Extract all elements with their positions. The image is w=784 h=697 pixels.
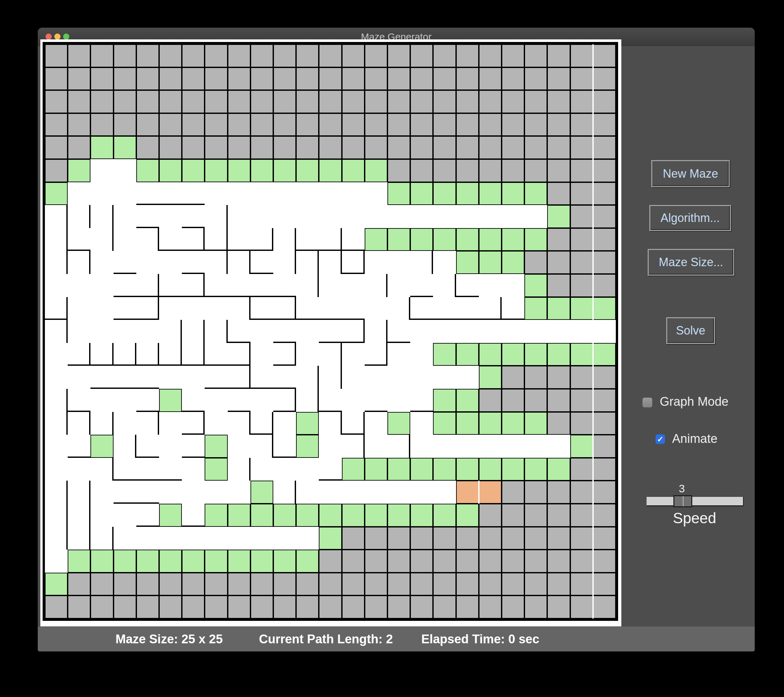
maze-cell <box>136 435 159 458</box>
maze-cell <box>387 297 410 320</box>
maze-cell <box>570 297 593 320</box>
maze-cell <box>433 182 456 205</box>
maze-cell <box>502 182 524 205</box>
maze-size-button[interactable]: Maze Size... <box>648 249 734 275</box>
maze-cell <box>524 366 547 389</box>
maze-cell <box>250 68 273 91</box>
maze-cell <box>547 274 570 297</box>
close-button-icon[interactable] <box>46 33 52 40</box>
maze-cell <box>433 44 456 68</box>
maze-cell <box>250 504 273 527</box>
maze-cell <box>410 228 433 251</box>
maze-cell <box>250 458 273 481</box>
maze-cell <box>114 412 136 435</box>
current-path-divider-line <box>478 481 479 504</box>
maze-cell <box>365 90 387 113</box>
maze-cell <box>91 458 113 481</box>
maze-cell <box>159 573 182 596</box>
maze-cell <box>136 113 159 136</box>
maze-cell <box>250 481 273 504</box>
maze-cell <box>91 182 113 205</box>
maze-cell <box>68 44 91 68</box>
maze-cell <box>502 573 524 596</box>
maze-cell <box>273 159 296 182</box>
maze-cell <box>387 504 410 527</box>
maze-cell <box>365 68 387 91</box>
maze-cell <box>342 297 365 320</box>
maze-cell <box>365 113 387 136</box>
speed-slider-handle[interactable] <box>674 495 692 507</box>
maze-cell <box>45 274 68 297</box>
maze-cell <box>319 527 342 550</box>
maze-cell <box>159 182 182 205</box>
maze-cell <box>296 44 319 68</box>
maze-cell <box>91 550 113 573</box>
maze-cell <box>524 527 547 550</box>
maze-cell <box>296 458 319 481</box>
maze-cell <box>547 182 570 205</box>
new-maze-button[interactable]: New Maze <box>651 160 730 187</box>
maze-cell <box>479 527 502 550</box>
maze-cell <box>114 136 136 159</box>
maze-cell <box>502 481 524 504</box>
maze-cell <box>410 251 433 274</box>
maze-cell <box>547 481 570 504</box>
maze-cell <box>365 44 387 68</box>
maze-cell <box>296 573 319 596</box>
maze-cell <box>456 68 479 91</box>
graph-mode-checkbox[interactable] <box>642 398 652 407</box>
maze-cell <box>273 320 296 343</box>
maze-cell <box>524 159 547 182</box>
maze-cell <box>433 274 456 297</box>
maze-cell <box>410 205 433 228</box>
maze-cell <box>159 228 182 251</box>
zoom-button-icon[interactable] <box>63 33 69 40</box>
maze-cell <box>547 412 570 435</box>
maze-cell <box>456 389 479 412</box>
maze-cell <box>433 136 456 159</box>
maze-cell <box>114 159 136 182</box>
minimize-button-icon[interactable] <box>54 33 61 40</box>
maze-cell <box>387 389 410 412</box>
animate-checkbox[interactable]: ✓ <box>656 434 665 444</box>
maze-cell <box>204 90 227 113</box>
maze-cell <box>319 297 342 320</box>
maze-cell <box>296 389 319 412</box>
maze-cell <box>387 343 410 366</box>
maze-cell <box>410 90 433 113</box>
maze-cell <box>502 136 524 159</box>
maze-cell <box>250 527 273 550</box>
maze-cell <box>570 228 593 251</box>
maze-cell <box>319 550 342 573</box>
maze-cell <box>159 366 182 389</box>
maze-cell <box>342 550 365 573</box>
maze-cell <box>410 527 433 550</box>
maze-cell <box>593 44 616 68</box>
maze-cell <box>342 113 365 136</box>
solve-button[interactable]: Solve <box>666 317 715 344</box>
maze-cell <box>479 113 502 136</box>
maze-cell <box>547 573 570 596</box>
maze-cell <box>204 274 227 297</box>
maze-cell <box>228 90 250 113</box>
maze-cell <box>91 389 113 412</box>
maze-cell <box>433 412 456 435</box>
maze-cell <box>547 527 570 550</box>
maze-cell <box>456 44 479 68</box>
maze-cell <box>410 573 433 596</box>
maze-cell <box>319 182 342 205</box>
maze-cell <box>433 527 456 550</box>
maze-cell <box>136 297 159 320</box>
maze-cell <box>479 205 502 228</box>
speed-slider-track[interactable] <box>646 497 744 506</box>
maze-cell <box>91 297 113 320</box>
maze-cell <box>159 136 182 159</box>
maze-cell <box>273 504 296 527</box>
maze-cell <box>502 435 524 458</box>
maze-cell <box>45 320 68 343</box>
maze-cell <box>91 205 113 228</box>
maze-cell <box>342 573 365 596</box>
algorithm-button[interactable]: Algorithm... <box>649 205 731 231</box>
maze-cell <box>159 44 182 68</box>
maze-cell <box>114 458 136 481</box>
